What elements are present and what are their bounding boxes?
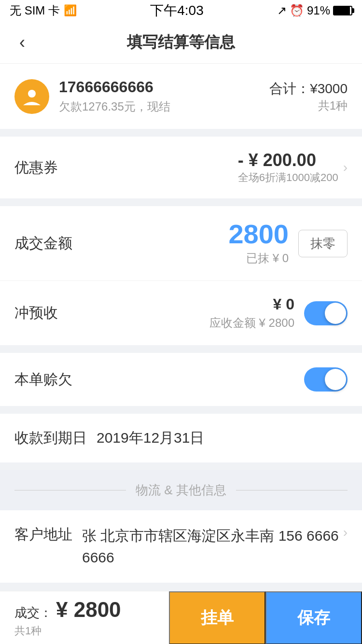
total-count: 共1种 [269, 98, 348, 113]
debt-row: 本单赊欠 [0, 353, 362, 406]
duedate-section: 收款到期日 2019年12月31日 [0, 414, 362, 462]
divider-section: 物流 & 其他信息 [0, 470, 362, 510]
battery-icon [333, 6, 352, 15]
chevron-right-icon: › [343, 160, 348, 175]
status-time: 下午4:03 [150, 1, 204, 20]
deal-amount-info: 2800 已抹 ¥ 0 [228, 221, 289, 266]
battery-label: 91% [307, 4, 330, 17]
debt-toggle[interactable] [304, 367, 348, 392]
hold-button[interactable]: 挂单 [169, 591, 265, 644]
bottom-summary: 成交： ¥ 2800 共1种 [0, 598, 169, 638]
status-bar: 无 SIM 卡 📶 下午4:03 ↗ ⏰ 91% [0, 0, 362, 21]
prepay-right: ¥ 0 应收金额 ¥ 2800 [209, 295, 348, 331]
deal-amount-right: 2800 已抹 ¥ 0 抹零 [228, 221, 348, 266]
deal-section: 成交金额 2800 已抹 ¥ 0 抹零 冲预收 ¥ 0 应收金额 ¥ 2800 [0, 206, 362, 345]
debt-toggle-knob [325, 369, 346, 390]
bottom-count: 共1种 [14, 624, 154, 638]
avatar [14, 79, 49, 114]
coupon-right: - ¥ 200.00 全场6折满1000减200 › [238, 150, 348, 185]
deal-amount-sub: 已抹 ¥ 0 [228, 251, 289, 266]
coupon-desc: 全场6折满1000减200 [238, 170, 338, 185]
toggle-knob [325, 303, 346, 324]
coupon-row[interactable]: 优惠券 - ¥ 200.00 全场6折满1000减200 › [0, 137, 362, 198]
total-label-text: 合计： [269, 81, 310, 96]
total-amount: ¥3000 [310, 81, 348, 96]
wifi-icon: 📶 [64, 4, 77, 17]
coupon-label: 优惠券 [14, 158, 58, 178]
prepay-sub-text: 应收金额 ¥ 2800 [209, 315, 294, 331]
bottom-deal-label: 成交： [14, 604, 52, 621]
customer-debt: 欠款1276.35元，现结 [59, 99, 170, 114]
page-title: 填写结算等信息 [127, 32, 235, 53]
prepay-toggle[interactable] [304, 301, 348, 325]
customer-info: 17666666666 欠款1276.35元，现结 [59, 78, 170, 114]
carrier-label: 无 SIM 卡 [10, 3, 60, 18]
divider-line-left [14, 490, 126, 490]
divider-line-right [236, 490, 348, 490]
bottom-deal-amount: ¥ 2800 [56, 598, 121, 622]
prepay-info: ¥ 0 应收金额 ¥ 2800 [209, 295, 294, 331]
coupon-info: - ¥ 200.00 全场6折满1000减200 [238, 150, 338, 185]
prepay-label: 冲预收 [14, 303, 58, 323]
coupon-amount: - ¥ 200.00 [238, 150, 338, 170]
status-left: 无 SIM 卡 📶 [10, 3, 77, 18]
back-button[interactable]: ‹ [14, 28, 30, 57]
address-value: 张 北京市市辖区海淀区永丰南 156 6666 6666 [82, 525, 343, 568]
customer-right: 合计：¥3000 共1种 [269, 80, 348, 113]
status-right: ↗ ⏰ 91% [277, 4, 352, 17]
save-button[interactable]: 保存 [265, 591, 362, 644]
bottom-deal: 成交： ¥ 2800 [14, 598, 154, 622]
address-label: 客户地址 [14, 525, 72, 545]
svg-point-0 [28, 90, 36, 98]
bottom-bar: 成交： ¥ 2800 共1种 挂单 保存 [0, 591, 362, 644]
prepay-row: 冲预收 ¥ 0 应收金额 ¥ 2800 [0, 281, 362, 345]
customer-card: 17666666666 欠款1276.35元，现结 合计：¥3000 共1种 [0, 64, 362, 129]
divider-text: 物流 & 其他信息 [126, 482, 236, 499]
main-content: 17666666666 欠款1276.35元，现结 合计：¥3000 共1种 优… [0, 64, 362, 644]
duedate-label: 收款到期日 [14, 428, 87, 448]
duedate-value: 2019年12月31日 [97, 428, 204, 448]
total-label: 合计：¥3000 [269, 80, 348, 98]
debt-section: 本单赊欠 [0, 353, 362, 406]
prepay-amount-value: ¥ 0 [209, 295, 294, 313]
customer-left: 17666666666 欠款1276.35元，现结 [14, 78, 170, 114]
deal-amount-value: 2800 [228, 221, 289, 248]
address-section[interactable]: 客户地址 张 北京市市辖区海淀区永丰南 156 6666 6666 › [0, 510, 362, 583]
deal-amount-label: 成交金额 [14, 234, 72, 253]
round-down-button[interactable]: 抹零 [298, 230, 348, 257]
address-chevron-icon: › [343, 525, 348, 540]
location-icon: ↗ [277, 4, 287, 17]
alarm-icon: ⏰ [290, 4, 304, 17]
debt-label: 本单赊欠 [14, 370, 72, 390]
battery-fill [334, 7, 350, 14]
deal-amount-row: 成交金额 2800 已抹 ¥ 0 抹零 [0, 206, 362, 281]
customer-phone: 17666666666 [59, 78, 170, 96]
page-header: ‹ 填写结算等信息 [0, 21, 362, 64]
